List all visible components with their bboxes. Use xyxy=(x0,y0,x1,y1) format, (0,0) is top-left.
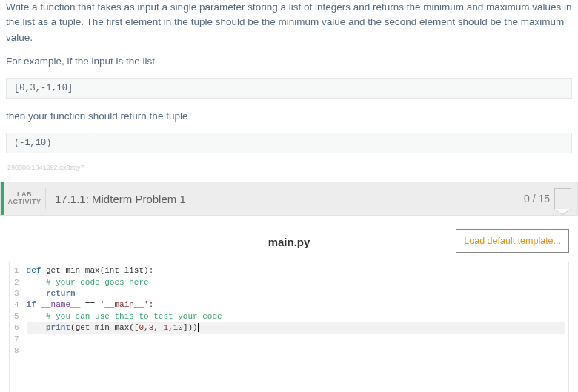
line-number: 7 xyxy=(14,334,19,345)
content-hash: 298800.1841692.qx3zqy7 xyxy=(6,164,572,171)
code-line[interactable]: if __name__ == '__main__': xyxy=(27,299,565,310)
line-number: 3 xyxy=(14,288,19,299)
load-default-template-button[interactable]: Load default template... xyxy=(456,229,569,253)
prompt-example-intro: For example, if the input is the list xyxy=(6,54,572,69)
code-line[interactable]: print(get_min_max([0,3,-1,10])) xyxy=(27,322,565,333)
file-name: main.py xyxy=(268,236,310,248)
example-output-code: (-1,10) xyxy=(6,133,572,153)
code-editor[interactable]: 12345678 def get_min_max(int_list): # yo… xyxy=(9,262,569,392)
text-cursor xyxy=(198,323,199,332)
lab-title: 17.1.1: Midterm Problem 1 xyxy=(46,182,524,215)
lab-label-line2: ACTIVITY xyxy=(7,199,41,206)
code-line[interactable]: def get_min_max(int_list): xyxy=(27,265,565,276)
file-header: main.py Load default template... xyxy=(9,227,569,256)
code-line[interactable]: # you can use this to test your code xyxy=(27,311,565,322)
code-line[interactable]: # your code goes here xyxy=(27,277,565,288)
problem-description: Write a function that takes as input a s… xyxy=(0,0,578,182)
line-number: 1 xyxy=(14,265,19,276)
lab-type-label: LAB ACTIVITY xyxy=(4,182,45,215)
prompt-example-mid: then your function should return the tup… xyxy=(6,109,572,124)
line-number: 2 xyxy=(14,277,19,288)
code-line[interactable]: return xyxy=(27,288,565,299)
line-gutter: 12345678 xyxy=(10,262,25,359)
line-number: 5 xyxy=(14,311,19,322)
prompt-paragraph-1: Write a function that takes as input a s… xyxy=(6,0,572,45)
badge-icon xyxy=(554,188,571,209)
score-text: 0 / 15 xyxy=(524,193,550,205)
lab-header: LAB ACTIVITY 17.1.1: Midterm Problem 1 0… xyxy=(0,182,578,216)
example-input-code: [0,3,-1,10] xyxy=(6,78,572,99)
line-number: 6 xyxy=(14,322,19,333)
code-area[interactable]: def get_min_max(int_list): # your code g… xyxy=(25,262,568,359)
line-number: 8 xyxy=(14,345,19,356)
line-number: 4 xyxy=(14,299,19,310)
editor-section: main.py Load default template... 1234567… xyxy=(0,216,578,392)
lab-score: 0 / 15 xyxy=(524,182,577,215)
